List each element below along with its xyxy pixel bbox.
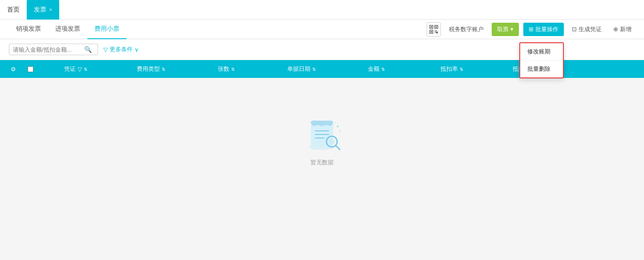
tax-account-button[interactable]: 税务数字账户 xyxy=(445,25,487,33)
more-filter-button[interactable]: ▽ 更多条件 ∨ xyxy=(103,45,139,53)
batch-dropdown-menu: 修改账期 批量删除 xyxy=(519,42,564,78)
th-expense-type[interactable]: 费用类型 ⇅ xyxy=(114,65,189,73)
svg-rect-9 xyxy=(436,32,438,33)
svg-rect-1 xyxy=(431,26,432,28)
th-expense-sort-icon: ⇅ xyxy=(162,67,165,72)
add-icon: ⊕ xyxy=(613,26,618,32)
th-voucher-label: 凭证 xyxy=(64,65,76,73)
empty-state: 暂无数据 xyxy=(0,78,644,203)
filter-arrow-icon: ∨ xyxy=(135,46,139,53)
search-icon[interactable]: 🔍 xyxy=(84,46,92,53)
search-input[interactable] xyxy=(13,46,84,53)
generate-voucher-button[interactable]: ⊡ 生成凭证 xyxy=(568,23,605,36)
generate-label: 生成凭证 xyxy=(579,25,602,33)
settings-icon: ⚙ xyxy=(11,66,16,73)
top-nav: 首页 发票 × xyxy=(0,0,644,20)
nav-tab-fapiao[interactable]: 发票 × xyxy=(27,0,59,20)
nav-tab-label: 发票 xyxy=(34,6,46,14)
svg-rect-5 xyxy=(431,31,432,32)
batch-btn-wrap: ⊞ 批量操作 修改账期 批量删除 xyxy=(523,23,564,36)
select-all-checkbox[interactable] xyxy=(28,66,33,72)
add-label: 新增 xyxy=(620,25,632,33)
th-settings[interactable]: ⚙ xyxy=(4,66,22,73)
empty-state-icon xyxy=(300,114,344,154)
batch-icon: ⊞ xyxy=(529,26,534,32)
generate-icon: ⊡ xyxy=(572,26,577,32)
batch-operation-button[interactable]: ⊞ 批量操作 xyxy=(523,23,564,36)
svg-line-16 xyxy=(336,146,340,150)
tab-xiaoxiang[interactable]: 销项发票 xyxy=(9,20,48,39)
th-amount[interactable]: 金额 ⇅ xyxy=(339,65,414,73)
toolbar-right: 税务数字账户 取票 ▾ ⊞ 批量操作 修改账期 批量删除 ⊡ 生成凭证 ⊕ 新增 xyxy=(427,22,635,37)
th-count-label: 张数 xyxy=(218,65,229,73)
tab-jinxiang[interactable]: 进项发票 xyxy=(48,20,87,39)
svg-point-19 xyxy=(335,122,336,123)
th-date-sort-icon: ⇅ xyxy=(312,67,316,72)
th-amount-sort-icon: ⇅ xyxy=(381,67,385,72)
svg-point-15 xyxy=(329,138,335,145)
svg-rect-7 xyxy=(436,30,437,31)
th-voucher[interactable]: 凭证 ▽ ⇅ xyxy=(38,65,114,73)
svg-rect-8 xyxy=(435,32,436,32)
svg-rect-6 xyxy=(435,30,436,31)
th-deduct-rate-label: 抵扣率 xyxy=(440,65,458,73)
th-amount-label: 金额 xyxy=(368,65,379,73)
qr-icon xyxy=(429,25,438,34)
th-date[interactable]: 单据日期 ⇅ xyxy=(264,65,339,73)
th-expense-label: 费用类型 xyxy=(137,65,160,73)
svg-point-17 xyxy=(337,126,338,127)
quepiao-arrow-icon: ▾ xyxy=(510,26,514,32)
quepiao-button[interactable]: 取票 ▾ xyxy=(492,23,519,36)
th-voucher-filter-icon: ▽ xyxy=(77,66,82,73)
svg-point-18 xyxy=(339,130,341,132)
add-new-button[interactable]: ⊕ 新增 xyxy=(610,23,635,36)
th-checkbox[interactable] xyxy=(22,66,38,72)
filter-icon: ▽ xyxy=(103,46,108,53)
th-voucher-sort-icon: ⇅ xyxy=(84,67,87,72)
dropdown-item-modify-period[interactable]: 修改账期 xyxy=(520,43,563,60)
batch-label: 批量操作 xyxy=(535,25,558,33)
th-deduct-rate[interactable]: 抵扣率 ⇅ xyxy=(414,65,489,73)
dropdown-item-batch-delete[interactable]: 批量删除 xyxy=(520,60,563,77)
quepiao-label: 取票 xyxy=(497,25,509,33)
search-input-wrap[interactable]: 🔍 xyxy=(9,44,98,55)
qr-button[interactable] xyxy=(427,22,441,37)
th-date-label: 单据日期 xyxy=(287,65,310,73)
th-count-sort-icon: ⇅ xyxy=(231,67,235,72)
tab-feiyong[interactable]: 费用小票 xyxy=(87,20,126,39)
th-count[interactable]: 张数 ⇅ xyxy=(189,65,264,73)
svg-rect-3 xyxy=(436,26,437,28)
nav-tab-close-icon[interactable]: × xyxy=(49,7,52,13)
sub-tabs-bar: 销项发票 进项发票 费用小票 税务数字账户 取票 ▾ xyxy=(0,20,644,39)
th-deduct-rate-sort-icon: ⇅ xyxy=(460,67,463,72)
filter-label: 更多条件 xyxy=(110,45,133,53)
empty-state-text: 暂无数据 xyxy=(310,158,334,167)
nav-home[interactable]: 首页 xyxy=(0,0,27,20)
